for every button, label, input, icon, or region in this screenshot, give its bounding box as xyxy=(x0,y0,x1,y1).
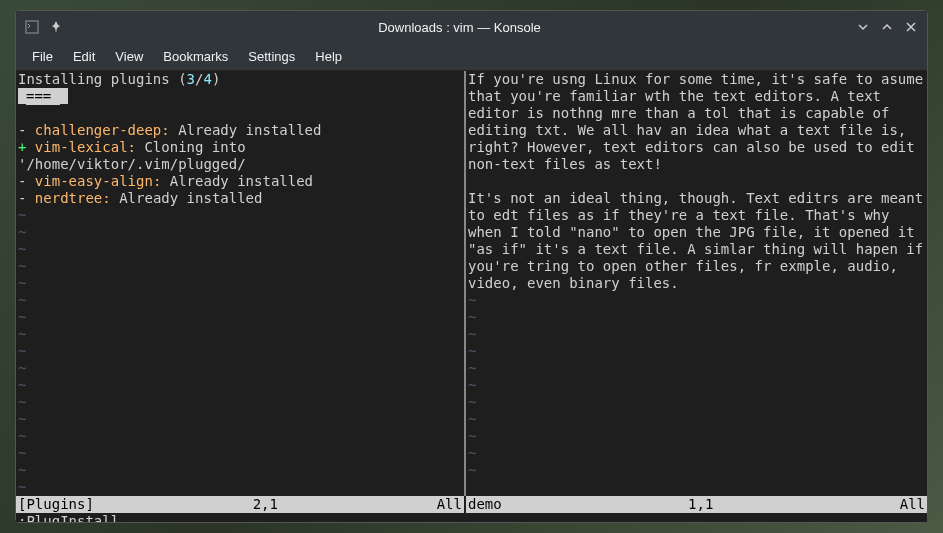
vim-tilde: ~ xyxy=(468,428,925,445)
vim-tilde: ~ xyxy=(468,309,925,326)
vim-pane-plugins[interactable]: Installing plugins (3/4) === - challenge… xyxy=(16,71,464,496)
vim-tilde: ~ xyxy=(18,394,462,411)
vim-tilde: ~ xyxy=(468,445,925,462)
vim-tilde: ~ xyxy=(18,326,462,343)
demo-para1: If you're usng Linux for some time, it's… xyxy=(468,71,925,173)
status-bars: [Plugins] 2,1 All demo 1,1 All xyxy=(16,496,927,513)
status-position: 2,1 xyxy=(253,496,278,513)
vim-tilde: ~ xyxy=(468,377,925,394)
vim-tilde: ~ xyxy=(18,411,462,428)
maximize-icon[interactable] xyxy=(879,19,895,35)
vim-tilde: ~ xyxy=(18,377,462,394)
plugin-row: - challenger-deep: Already installed xyxy=(18,122,462,139)
status-percent: All xyxy=(900,496,925,513)
status-filename: [Plugins] xyxy=(18,496,94,513)
vim-tilde: ~ xyxy=(18,258,462,275)
menu-bookmarks[interactable]: Bookmarks xyxy=(155,45,236,68)
statusbar-plugins: [Plugins] 2,1 All xyxy=(16,496,464,513)
vim-tilde: ~ xyxy=(18,207,462,224)
vim-tilde: ~ xyxy=(468,411,925,428)
vim-tilde: ~ xyxy=(468,292,925,309)
vim-tilde: ~ xyxy=(18,309,462,326)
vim-tilde: ~ xyxy=(18,343,462,360)
status-percent: All xyxy=(437,496,462,513)
titlebar-left-icons xyxy=(24,19,64,35)
minimize-icon[interactable] xyxy=(855,19,871,35)
vim-pane-demo[interactable]: If you're usng Linux for some time, it's… xyxy=(466,71,927,496)
menu-help[interactable]: Help xyxy=(307,45,350,68)
vim-tilde: ~ xyxy=(18,462,462,479)
vim-cmdline[interactable]: :PlugInstall xyxy=(16,513,927,522)
vim-tilde: ~ xyxy=(18,224,462,241)
menu-view[interactable]: View xyxy=(107,45,151,68)
konsole-window: Downloads : vim — Konsole File Edit View… xyxy=(15,10,928,523)
vim-tilde: ~ xyxy=(18,445,462,462)
plugin-row: - vim-easy-align: Already installed xyxy=(18,173,462,190)
menu-file[interactable]: File xyxy=(24,45,61,68)
svg-rect-0 xyxy=(26,21,38,33)
status-position: 1,1 xyxy=(688,496,713,513)
statusbar-demo: demo 1,1 All xyxy=(466,496,927,513)
plug-header: Installing plugins (3/4) xyxy=(18,71,462,88)
terminal-icon xyxy=(24,19,40,35)
vim-tilde: ~ xyxy=(18,360,462,377)
blank-line xyxy=(468,173,925,190)
vim-tilde: ~ xyxy=(468,462,925,479)
plugin-row: + vim-lexical: Cloning into '/home/vikto… xyxy=(18,139,462,173)
status-filename: demo xyxy=(468,496,502,513)
menubar: File Edit View Bookmarks Settings Help xyxy=(16,43,927,71)
pin-icon[interactable] xyxy=(48,19,64,35)
menu-edit[interactable]: Edit xyxy=(65,45,103,68)
terminal-area[interactable]: Installing plugins (3/4) === - challenge… xyxy=(16,71,927,522)
demo-para2: It's not an ideal thing, though. Text ed… xyxy=(468,190,925,292)
plug-progress: === xyxy=(18,88,462,105)
vim-tilde: ~ xyxy=(468,394,925,411)
vim-tilde: ~ xyxy=(18,275,462,292)
vim-tilde: ~ xyxy=(18,479,462,496)
titlebar-right-icons xyxy=(855,19,919,35)
vim-tilde: ~ xyxy=(18,241,462,258)
menu-settings[interactable]: Settings xyxy=(240,45,303,68)
vim-tilde: ~ xyxy=(18,428,462,445)
vim-tilde: ~ xyxy=(468,360,925,377)
window-title: Downloads : vim — Konsole xyxy=(64,20,855,35)
close-icon[interactable] xyxy=(903,19,919,35)
plugin-row: - nerdtree: Already installed xyxy=(18,190,462,207)
vim-tilde: ~ xyxy=(18,292,462,309)
vim-panes: Installing plugins (3/4) === - challenge… xyxy=(16,71,927,496)
blank-line xyxy=(18,105,462,122)
vim-tilde: ~ xyxy=(468,343,925,360)
vim-tilde: ~ xyxy=(468,326,925,343)
titlebar[interactable]: Downloads : vim — Konsole xyxy=(16,11,927,43)
